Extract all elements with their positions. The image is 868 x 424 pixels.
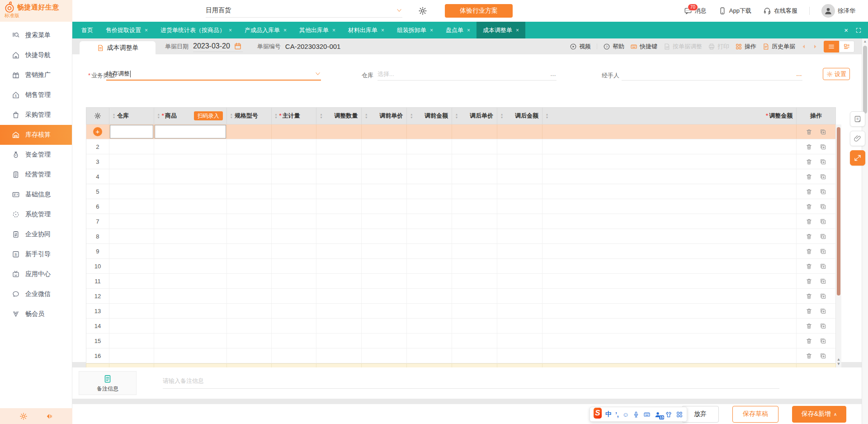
copy-row-icon[interactable]: [820, 173, 826, 180]
grid-scrollbar-thumb[interactable]: [837, 127, 840, 295]
ime-keyboard-icon[interactable]: [643, 411, 651, 418]
column-header-仓库[interactable]: ▴▾仓库: [109, 108, 154, 124]
copy-row-icon[interactable]: [820, 129, 826, 135]
sidebar-item-系统管理[interactable]: 系统管理: [0, 205, 72, 224]
table-row[interactable]: 7: [86, 214, 835, 229]
fullscreen-icon[interactable]: [855, 27, 862, 33]
sort-carets-icon[interactable]: ▴▾: [113, 113, 115, 119]
toolbar-视频[interactable]: 视频: [570, 43, 591, 51]
online-service-button[interactable]: 在线客服: [763, 7, 797, 15]
brand-logo[interactable]: 畅捷通好生意 标准版: [0, 0, 72, 22]
cell-仓库[interactable]: [109, 124, 154, 139]
attachment-button[interactable]: [850, 131, 865, 146]
table-row[interactable]: 4: [86, 169, 835, 184]
table-row[interactable]: 15: [86, 333, 835, 348]
copy-row-icon[interactable]: [820, 353, 826, 359]
table-row[interactable]: 11: [86, 274, 835, 289]
tab-其他出库单[interactable]: 其他出库单×: [293, 22, 342, 38]
settings-gear-icon[interactable]: [19, 412, 28, 420]
delete-row-icon[interactable]: [806, 143, 812, 150]
delete-row-icon[interactable]: [806, 203, 812, 210]
tab-材料出库单[interactable]: 材料出库单×: [342, 22, 391, 38]
tab-首页[interactable]: 首页: [75, 22, 99, 38]
sort-carets-icon[interactable]: ▴▾: [546, 113, 548, 119]
expand-button[interactable]: [850, 150, 865, 166]
table-row[interactable]: 3: [86, 154, 835, 169]
copy-row-icon[interactable]: [820, 263, 826, 270]
tab-产成品入库单[interactable]: 产成品入库单×: [238, 22, 293, 38]
delete-row-icon[interactable]: [806, 338, 812, 344]
copy-row-icon[interactable]: [820, 248, 826, 255]
ime-skin-icon[interactable]: [665, 411, 672, 418]
sort-carets-icon[interactable]: ▴▾: [158, 113, 160, 119]
settings-gear-icon[interactable]: [418, 6, 427, 15]
delete-row-icon[interactable]: [806, 293, 812, 300]
sort-carets-icon[interactable]: ▴▾: [456, 113, 458, 119]
handler-select[interactable]: …: [622, 68, 802, 81]
view-toggle-list[interactable]: [824, 41, 839, 52]
delete-row-icon[interactable]: [806, 188, 812, 195]
copy-row-icon[interactable]: [820, 278, 826, 285]
delete-row-icon[interactable]: [806, 263, 812, 270]
sort-carets-icon[interactable]: ▴▾: [231, 113, 232, 119]
ime-chinese-mode-icon[interactable]: 中: [605, 410, 612, 419]
cell-商品[interactable]: [154, 124, 227, 139]
copy-row-icon[interactable]: [820, 323, 826, 329]
table-row[interactable]: 13: [86, 304, 835, 319]
tab-组装拆卸单[interactable]: 组装拆卸单×: [391, 22, 439, 38]
tab-close-icon[interactable]: ×: [283, 27, 287, 33]
ime-mic-icon[interactable]: [632, 411, 640, 418]
remark-input[interactable]: 请输入备注信息: [163, 374, 779, 389]
user-menu[interactable]: 徐泽华: [821, 4, 855, 18]
column-header-调后单价[interactable]: ▴▾调后单价: [452, 108, 497, 124]
sidebar-item-搜索菜单[interactable]: 搜索菜单: [0, 25, 72, 45]
delete-row-icon[interactable]: [806, 129, 812, 135]
table-row[interactable]: 8: [86, 229, 835, 244]
sidebar-item-新手引导[interactable]: 新新手引导: [0, 244, 72, 264]
sort-carets-icon[interactable]: ▴▾: [410, 113, 412, 119]
copy-row-icon[interactable]: [820, 203, 826, 210]
ime-emoji-icon[interactable]: ☺: [623, 411, 629, 418]
sidebar-item-营销推广[interactable]: 营销推广: [0, 65, 72, 85]
ellipsis-icon[interactable]: …: [796, 71, 802, 77]
copy-row-icon[interactable]: [820, 233, 826, 240]
ellipsis-icon[interactable]: …: [550, 71, 557, 77]
draft-list-button[interactable]: 草: [850, 111, 865, 127]
column-header-规格型号[interactable]: ▴▾规格型号: [227, 108, 272, 124]
next-doc-icon[interactable]: [812, 44, 818, 49]
toolbar-历史单据[interactable]: 历史单据: [762, 43, 795, 51]
save-draft-button[interactable]: 保存草稿: [732, 406, 778, 423]
sidebar-item-企业协同[interactable]: 企业协同: [0, 224, 72, 244]
table-row[interactable]: 12: [86, 289, 835, 304]
ime-toolbox-icon[interactable]: [676, 411, 683, 418]
sidebar-item-库存核算[interactable]: 库存核算: [0, 125, 72, 145]
sidebar-item-畅会员[interactable]: 畅会员: [0, 304, 72, 324]
org-select[interactable]: 日用百货: [206, 4, 402, 18]
table-row[interactable]: +: [86, 124, 835, 139]
column-header-调前金额[interactable]: ▴▾调前金额: [407, 108, 452, 124]
sidebar-item-销售管理[interactable]: $销售管理: [0, 85, 72, 105]
messages-button[interactable]: 消息 70: [684, 7, 707, 15]
column-header-调后金额[interactable]: ▴▾调后金额: [497, 108, 542, 124]
discard-button[interactable]: 放弃: [682, 406, 719, 423]
table-row[interactable]: 5: [86, 184, 835, 199]
toolbar-帮助[interactable]: ?帮助: [603, 43, 624, 51]
app-download-button[interactable]: App下载: [718, 7, 751, 15]
ime-account-icon[interactable]: 15: [654, 411, 661, 418]
sort-carets-icon[interactable]: ▴▾: [501, 113, 503, 119]
sogou-logo-icon[interactable]: S: [594, 408, 602, 419]
tab-售价提取设置[interactable]: 售价提取设置×: [99, 22, 154, 38]
prev-doc-icon[interactable]: [801, 44, 807, 49]
sidebar-item-基础信息[interactable]: A基础信息: [0, 185, 72, 205]
grid-scroll-arrows[interactable]: ▲▼: [835, 357, 842, 366]
grid-scrollbar[interactable]: [836, 124, 841, 372]
page-scrollbar-thumb[interactable]: [863, 46, 867, 114]
table-row[interactable]: 14: [86, 319, 835, 333]
column-header-操作[interactable]: 操作: [797, 108, 835, 124]
toolbar-快捷键[interactable]: 快捷键: [630, 43, 657, 51]
sidebar-item-应用中心[interactable]: 应用中心: [0, 264, 72, 284]
delete-row-icon[interactable]: [806, 278, 812, 285]
copy-row-icon[interactable]: [820, 338, 826, 344]
sidebar-item-企业微信[interactable]: 企业微信: [0, 284, 72, 304]
copy-row-icon[interactable]: [820, 158, 826, 165]
